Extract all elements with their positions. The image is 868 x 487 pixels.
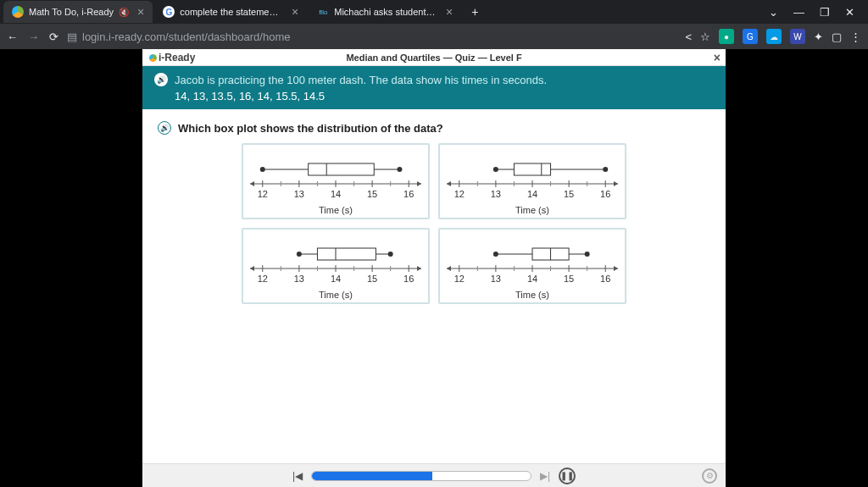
browser-chrome: Math To Do, i-Ready 🔇 × G complete the s… bbox=[0, 0, 868, 49]
restore-icon[interactable]: ❐ bbox=[820, 6, 830, 19]
tab-icon-iready bbox=[12, 6, 24, 18]
svg-text:15: 15 bbox=[564, 189, 574, 199]
svg-marker-24 bbox=[447, 181, 451, 186]
address-bar: ← → ⟳ ▤ login.i-ready.com/student/dashbo… bbox=[0, 24, 868, 49]
ext-icon-2[interactable]: G bbox=[743, 29, 758, 44]
minimize-icon[interactable]: — bbox=[793, 6, 804, 19]
option-a[interactable]: 1213141516Time (s) bbox=[242, 143, 430, 219]
url-display[interactable]: ▤ login.i-ready.com/student/dashboard/ho… bbox=[67, 30, 676, 43]
progress-bar bbox=[311, 471, 531, 481]
axis-label: Time (s) bbox=[319, 205, 353, 215]
speaker-icon[interactable]: 🔊 bbox=[154, 73, 168, 86]
svg-point-20 bbox=[397, 167, 402, 172]
reload-icon[interactable]: ⟳ bbox=[49, 30, 58, 43]
ext-icon-3[interactable]: ☁ bbox=[766, 29, 782, 44]
option-b[interactable]: 1213141516Time (s) bbox=[438, 143, 626, 219]
logo-icon bbox=[149, 54, 157, 62]
ext-icon-4[interactable]: W bbox=[790, 29, 805, 44]
speaker-muted-icon[interactable]: 🔇 bbox=[119, 8, 129, 17]
svg-rect-21 bbox=[309, 163, 375, 175]
svg-text:15: 15 bbox=[564, 274, 574, 284]
svg-text:12: 12 bbox=[454, 189, 465, 199]
footer: |◀ ▶| ❚❚ ⚙ bbox=[142, 463, 726, 487]
bookmark-icon[interactable]: ☆ bbox=[700, 30, 710, 43]
svg-text:15: 15 bbox=[367, 274, 377, 284]
axis-label: Time (s) bbox=[515, 290, 549, 300]
panel-header: i-Ready Median and Quartiles — Quiz — Le… bbox=[142, 49, 726, 66]
svg-point-43 bbox=[603, 167, 608, 172]
svg-text:12: 12 bbox=[258, 274, 268, 284]
new-tab-button[interactable]: + bbox=[463, 5, 487, 19]
svg-marker-25 bbox=[614, 181, 618, 186]
site-info-icon[interactable]: ▤ bbox=[67, 30, 77, 43]
svg-rect-67 bbox=[317, 248, 376, 260]
svg-point-88 bbox=[493, 252, 498, 257]
menu-icon[interactable]: ⋮ bbox=[850, 30, 861, 43]
svg-marker-47 bbox=[250, 266, 254, 271]
tab-flocab[interactable]: fllo Michachi asks students in his cl × bbox=[309, 1, 461, 23]
svg-marker-1 bbox=[250, 181, 254, 186]
svg-point-42 bbox=[493, 167, 498, 172]
back-icon[interactable]: ← bbox=[7, 30, 18, 43]
svg-text:13: 13 bbox=[491, 189, 501, 199]
svg-rect-44 bbox=[514, 163, 550, 175]
question-area: 🔊 Which box plot shows the distribution … bbox=[142, 109, 726, 463]
svg-text:15: 15 bbox=[367, 189, 377, 199]
svg-marker-71 bbox=[614, 266, 618, 271]
tab-title: Math To Do, i-Ready bbox=[29, 7, 114, 17]
svg-text:12: 12 bbox=[454, 274, 465, 284]
svg-text:14: 14 bbox=[527, 189, 537, 199]
window-controls: ⌄ — ❐ ✕ bbox=[769, 6, 865, 19]
logo: i-Ready bbox=[149, 52, 195, 64]
tab-title: complete the statement about t bbox=[180, 7, 283, 17]
svg-text:13: 13 bbox=[294, 274, 304, 284]
pause-button[interactable]: ❚❚ bbox=[559, 468, 576, 484]
svg-marker-48 bbox=[417, 266, 421, 271]
svg-text:16: 16 bbox=[600, 274, 610, 284]
app-area: i-Ready Median and Quartiles — Quiz — Le… bbox=[0, 49, 868, 487]
close-icon[interactable]: × bbox=[714, 51, 721, 64]
url-text: login.i-ready.com/student/dashboard/home bbox=[82, 30, 290, 43]
svg-marker-70 bbox=[447, 266, 451, 271]
tab-close-icon[interactable]: × bbox=[137, 5, 144, 19]
skip-back-icon[interactable]: |◀ bbox=[292, 470, 303, 482]
options-grid: 1213141516Time (s) 1213141516Time (s) 12… bbox=[242, 143, 626, 304]
axis-label: Time (s) bbox=[319, 290, 353, 300]
svg-text:14: 14 bbox=[331, 274, 341, 284]
option-d[interactable]: 1213141516Time (s) bbox=[438, 228, 626, 304]
progress-fill bbox=[312, 472, 432, 480]
speaker-icon[interactable]: 🔊 bbox=[158, 121, 171, 135]
prompt-bar: 🔊 Jacob is practicing the 100 meter dash… bbox=[142, 66, 726, 109]
svg-point-65 bbox=[297, 252, 302, 257]
tab-bar: Math To Do, i-Ready 🔇 × G complete the s… bbox=[0, 0, 868, 24]
gear-icon[interactable]: ⚙ bbox=[702, 468, 717, 484]
chevron-down-icon[interactable]: ⌄ bbox=[769, 6, 778, 19]
svg-text:13: 13 bbox=[491, 274, 501, 284]
close-icon[interactable]: ✕ bbox=[845, 6, 854, 19]
svg-text:16: 16 bbox=[403, 189, 414, 199]
option-c[interactable]: 1213141516Time (s) bbox=[242, 228, 430, 304]
tab-title: Michachi asks students in his cl bbox=[334, 7, 437, 17]
iready-panel: i-Ready Median and Quartiles — Quiz — Le… bbox=[142, 49, 726, 487]
svg-point-19 bbox=[260, 167, 265, 172]
prompt-text: Jacob is practicing the 100 meter dash. … bbox=[175, 74, 547, 86]
tab-icon-fllo: fllo bbox=[317, 6, 329, 18]
svg-text:13: 13 bbox=[294, 189, 304, 199]
tab-close-icon[interactable]: × bbox=[292, 5, 298, 19]
forward-icon[interactable]: → bbox=[28, 30, 39, 43]
tab-icon-google: G bbox=[163, 6, 175, 18]
prompt-data: 14, 13, 13.5, 16, 14, 15.5, 14.5 bbox=[154, 90, 714, 102]
tab-iready[interactable]: Math To Do, i-Ready 🔇 × bbox=[3, 1, 153, 23]
ext-icon-1[interactable]: ● bbox=[719, 29, 734, 44]
skip-forward-icon[interactable]: ▶| bbox=[540, 470, 550, 482]
extensions-icon[interactable]: ✦ bbox=[814, 30, 823, 43]
svg-text:14: 14 bbox=[527, 274, 537, 284]
svg-point-66 bbox=[388, 252, 393, 257]
svg-marker-2 bbox=[417, 181, 421, 186]
tab-close-icon[interactable]: × bbox=[446, 5, 453, 19]
sidepanel-icon[interactable]: ▢ bbox=[832, 30, 842, 43]
question-text: Which box plot shows the distribution of… bbox=[178, 122, 443, 135]
tab-google[interactable]: G complete the statement about t × bbox=[154, 1, 307, 23]
svg-text:14: 14 bbox=[331, 189, 341, 199]
share-icon[interactable]: < bbox=[685, 30, 692, 43]
